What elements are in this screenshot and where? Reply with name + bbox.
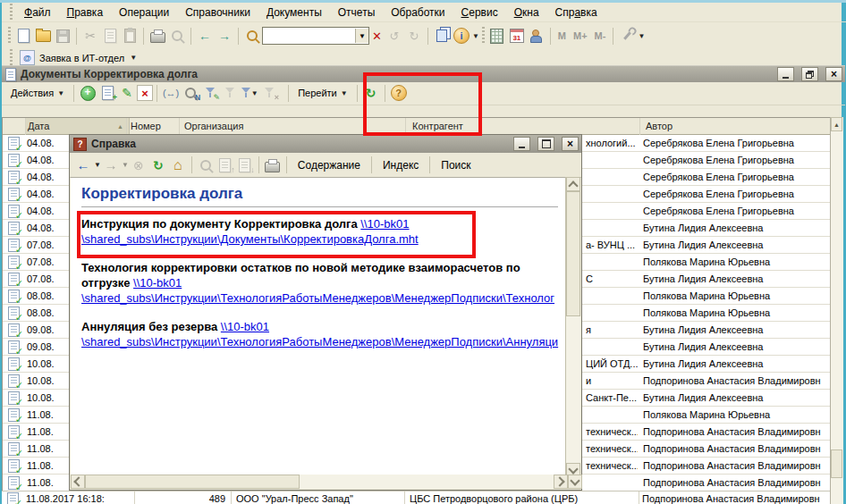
- close-icon[interactable]: ×: [825, 67, 842, 81]
- print-icon[interactable]: [148, 26, 167, 46]
- clear-search-icon[interactable]: ✕: [369, 29, 385, 43]
- column-header-author[interactable]: Автор: [643, 118, 673, 134]
- help-entry-server-link[interactable]: \\10-bk01: [221, 320, 269, 333]
- restore-icon[interactable]: [801, 67, 818, 81]
- back-icon[interactable]: ←: [73, 155, 93, 175]
- service-dropdown-icon[interactable]: ▼: [130, 54, 137, 62]
- wrench-dropdown-icon[interactable]: ▼: [638, 32, 645, 40]
- column-header-number[interactable]: Номер: [128, 118, 161, 134]
- toolbar-drag-handle[interactable]: [8, 27, 11, 45]
- new-document-icon[interactable]: [13, 26, 33, 46]
- add-copy-icon[interactable]: +: [97, 83, 117, 103]
- filter-clear-icon[interactable]: ×: [259, 83, 279, 103]
- help-entry-path-link[interactable]: \shared_subs\Инструкции\ТехнологияРаботы…: [81, 334, 533, 349]
- contents-button[interactable]: Содержание: [291, 156, 368, 174]
- column-header-date[interactable]: Дата ▲: [25, 118, 130, 134]
- home-icon[interactable]: ⌂: [168, 155, 188, 175]
- stop-icon[interactable]: ⊗: [129, 155, 148, 175]
- wrench-icon[interactable]: [617, 26, 637, 46]
- column-header-contragent[interactable]: Контрагент: [410, 118, 463, 134]
- windows-icon[interactable]: [432, 26, 452, 46]
- menu-item-Правка[interactable]: Правка: [60, 4, 111, 21]
- replace-icon[interactable]: ↺: [385, 26, 404, 46]
- help-close-icon[interactable]: ×: [562, 137, 579, 151]
- info-icon[interactable]: i: [452, 26, 471, 46]
- help-refresh-icon[interactable]: ↻: [148, 155, 168, 175]
- open-icon[interactable]: [33, 26, 53, 46]
- redo-icon[interactable]: →: [215, 26, 234, 46]
- menu-item-Сервис[interactable]: Сервис: [454, 4, 505, 21]
- help-entry-server-link[interactable]: \\10-bk01: [360, 217, 409, 231]
- filter-set-icon[interactable]: ✎: [200, 83, 220, 103]
- back-dropdown-icon[interactable]: ▼: [94, 161, 101, 169]
- help-minimize-icon[interactable]: [513, 137, 530, 151]
- help-window-titlebar[interactable]: ? Справка ×: [70, 135, 581, 153]
- table-row-bottom[interactable]: 11.08.2017 16:18: 489 ООО "Урал-Пресс За…: [2, 491, 830, 504]
- help-entry-path-link[interactable]: \shared_subs\Инструкции\ТехнологияРаботы…: [81, 290, 533, 306]
- memory-button[interactable]: M: [554, 30, 570, 41]
- goto-button[interactable]: Перейти▼: [292, 86, 353, 100]
- paste-icon[interactable]: [120, 26, 140, 46]
- help-scroll-left-icon[interactable]: [71, 475, 85, 489]
- help-entry-server-link[interactable]: \\10-bk01: [133, 276, 182, 290]
- help-scroll-thumb[interactable]: [566, 191, 580, 316]
- search-icon[interactable]: [242, 26, 262, 46]
- menu-item-Операции[interactable]: Операции: [112, 4, 176, 21]
- calendar-icon[interactable]: 31: [507, 26, 527, 46]
- servicebar-drag-handle[interactable]: [10, 49, 13, 67]
- help-scroll-up-icon[interactable]: [566, 177, 580, 191]
- index-button[interactable]: Индекс: [376, 156, 426, 174]
- menu-drag-handle[interactable]: [10, 4, 13, 21]
- help-corner-down-icon[interactable]: [568, 475, 582, 489]
- forward-icon[interactable]: →: [101, 155, 121, 175]
- forward-dropdown-icon[interactable]: ▼: [122, 161, 129, 169]
- help-horizontal-scrollbar[interactable]: [71, 475, 582, 489]
- replace-all-icon[interactable]: ↻: [404, 26, 424, 46]
- help-entry-path-link[interactable]: \shared_subs\Инструкции\Документы\Коррек…: [81, 231, 533, 247]
- help-print-icon[interactable]: [263, 155, 283, 175]
- fit-width-icon[interactable]: (↔): [161, 83, 181, 103]
- page-up-icon[interactable]: ↑: [216, 155, 235, 175]
- search-page-icon[interactable]: [196, 155, 216, 175]
- table-vertical-scrollbar[interactable]: ▲: [830, 117, 843, 504]
- filter-icon[interactable]: [220, 83, 240, 103]
- scroll-up-icon[interactable]: ▲: [831, 117, 842, 131]
- save-icon[interactable]: [53, 26, 72, 46]
- calculator-icon[interactable]: [487, 26, 507, 46]
- doc-window-titlebar[interactable]: Документы Корректировка долга ×: [2, 65, 845, 82]
- search-dropdown-icon[interactable]: ▼: [355, 29, 368, 43]
- help-scroll-right-icon[interactable]: [554, 475, 568, 489]
- refresh-icon[interactable]: ↻: [361, 83, 381, 103]
- filter-dropdown-icon[interactable]: ▼: [240, 83, 259, 103]
- memory-minus-button[interactable]: M-: [591, 30, 610, 41]
- search-button[interactable]: Поиск: [434, 156, 478, 174]
- preview-icon[interactable]: [167, 26, 187, 46]
- find-icon[interactable]: N: [181, 83, 200, 103]
- column-header-org[interactable]: Организация: [182, 118, 243, 134]
- menu-item-Отчеты[interactable]: Отчеты: [331, 4, 382, 21]
- help-icon[interactable]: ?: [389, 83, 409, 103]
- actions-button[interactable]: Действия▼: [5, 86, 70, 100]
- menu-item-Окна[interactable]: Окна: [507, 4, 546, 21]
- service-link[interactable]: Заявка в ИТ-отдел: [39, 53, 124, 63]
- help-vertical-scrollbar[interactable]: [565, 177, 580, 477]
- menu-item-Документы[interactable]: Документы: [259, 4, 329, 21]
- minimize-icon[interactable]: [777, 67, 794, 81]
- cut-icon[interactable]: ✂: [80, 26, 100, 46]
- info-dropdown-icon[interactable]: ▼: [472, 32, 479, 40]
- menu-item-Справка[interactable]: Справка: [548, 4, 605, 21]
- scroll-thumb[interactable]: [831, 449, 842, 478]
- menu-item-Обработки[interactable]: Обработки: [384, 4, 452, 21]
- help-hscroll-thumb[interactable]: [85, 475, 300, 489]
- memory-plus-button[interactable]: M+: [570, 30, 591, 41]
- search-input[interactable]: ▼: [262, 27, 369, 45]
- undo-icon[interactable]: ←: [195, 26, 215, 46]
- menu-item-Справочники[interactable]: Справочники: [178, 4, 258, 21]
- user-lock-icon[interactable]: [527, 26, 546, 46]
- menu-item-Файл[interactable]: Файл: [17, 4, 58, 21]
- delete-icon[interactable]: ×: [137, 85, 153, 101]
- edit-icon[interactable]: ✎: [117, 83, 137, 103]
- help-maximize-icon[interactable]: [537, 137, 554, 151]
- page-down-icon[interactable]: ↓: [235, 155, 255, 175]
- copy-icon[interactable]: [100, 26, 120, 46]
